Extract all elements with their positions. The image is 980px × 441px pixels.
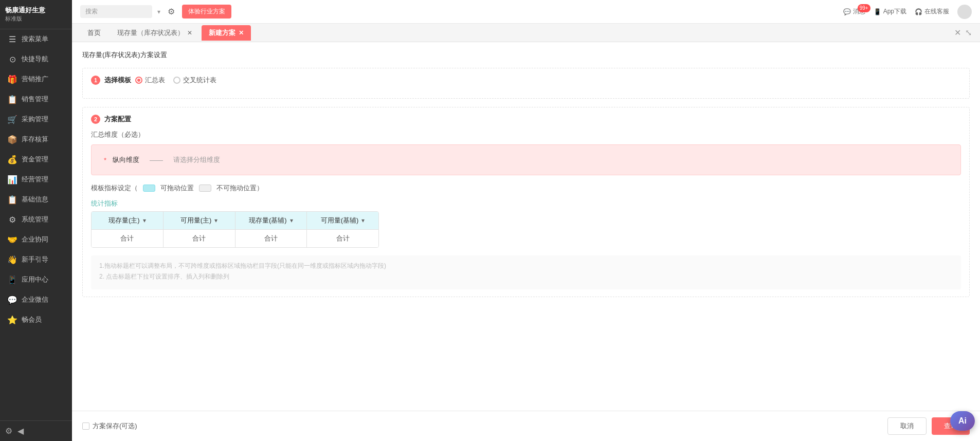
stats-header-col-1[interactable]: 可用量(主)▾ [164, 212, 235, 229]
sidebar-nav: ☰搜索菜单⊙快捷导航🎁营销推广📋销售管理🛒采购管理📦库存核算💰资金管理📊经营管理… [0, 29, 72, 420]
dropdown-icon[interactable]: ▾ [157, 8, 160, 15]
topbar: 搜索 ▾ ⚙ 体验行业方案 💬 消息 99+ 📱 App下载 🎧 在线客服 [72, 0, 980, 24]
inventory-tab-close[interactable]: ✕ [187, 29, 192, 36]
topbar-right: 💬 消息 99+ 📱 App下载 🎧 在线客服 [843, 5, 972, 19]
step2-section: 2 方案配置 汇总维度（必选） * 纵向维度 —— 请选择分组维度 模板指标设定… [82, 107, 970, 297]
stats-body-col-2: 合计 [235, 230, 307, 247]
sidebar-item-purchase-mgmt[interactable]: 🛒采购管理 [0, 109, 72, 130]
tab-window-controls: ✕ ⤡ [954, 28, 972, 38]
sidebar-icon-purchase-mgmt: 🛒 [7, 115, 17, 124]
ai-bubble[interactable]: Ai [950, 411, 975, 431]
sidebar-item-quick-nav[interactable]: ⊙快捷导航 [0, 49, 72, 69]
sidebar-label-finance-mgmt: 资金管理 [22, 155, 48, 164]
bottombar: 方案保存(可选) 取消 查询 [72, 411, 980, 441]
sidebar-item-basic-info[interactable]: 📋基础信息 [0, 190, 72, 210]
tab-home[interactable]: 首页 [80, 25, 108, 41]
tabbar: 首页 现存量（库存状况表） ✕ 新建方案 ✕ ✕ ⤡ [72, 24, 980, 42]
sidebar-label-enterprise-coop: 企业协同 [22, 235, 48, 244]
step2-num: 2 [91, 115, 100, 124]
sidebar-item-inventory-check[interactable]: 📦库存核算 [0, 130, 72, 150]
radio-cross[interactable]: 交叉统计表 [173, 76, 216, 85]
settings-icon[interactable]: ⚙ [5, 426, 12, 436]
sidebar-label-member: 畅会员 [22, 315, 42, 324]
dim-placeholder: 请选择分组维度 [173, 155, 220, 164]
search-input[interactable]: 搜索 [80, 5, 152, 18]
home-label: 首页 [87, 28, 101, 38]
sidebar-item-enterprise-coop[interactable]: 🤝企业协同 [0, 230, 72, 250]
sidebar-icon-member: ⭐ [7, 315, 17, 325]
vertical-dim-label: 纵向维度 [113, 155, 139, 164]
template-radio-group: 汇总表 交叉统计表 [135, 76, 216, 85]
sidebar-item-business-mgmt[interactable]: 📊经营管理 [0, 170, 72, 190]
stats-section-label: 统计指标 [91, 199, 961, 208]
app-download-button[interactable]: 📱 App下载 [874, 7, 906, 16]
service-label: 在线客服 [924, 7, 949, 16]
sidebar-item-new-guide[interactable]: 👋新手引导 [0, 250, 72, 270]
required-mark: * [104, 156, 106, 164]
close-window-icon[interactable]: ✕ [954, 28, 961, 38]
step1-title: 选择模板 [104, 76, 131, 85]
app-name: 畅康通好生意 [5, 6, 67, 15]
col-chevron-1[interactable]: ▾ [214, 217, 217, 224]
sidebar-icon-search-menu: ☰ [7, 34, 17, 44]
sidebar-icon-inventory-check: 📦 [7, 135, 17, 144]
col-chevron-0[interactable]: ▾ [143, 217, 146, 224]
sidebar-label-app-center: 应用中心 [22, 275, 48, 284]
non-draggable-indicator-box [199, 185, 211, 192]
radio-summary[interactable]: 汇总表 [135, 76, 165, 85]
sidebar-label-search-menu: 搜索菜单 [22, 34, 48, 44]
tips-line-1: 1.拖动标题栏可以调整布局，不可跨维度或指标区域拖动栏目字段(只能在同一维度或指… [99, 262, 953, 270]
trial-button[interactable]: 体验行业方案 [182, 5, 231, 19]
radio-summary-dot [135, 77, 142, 84]
sidebar-item-finance-mgmt[interactable]: 💰资金管理 [0, 150, 72, 170]
sidebar-item-app-center[interactable]: 📱应用中心 [0, 270, 72, 290]
tab-inventory[interactable]: 现存量（库存状况表） ✕ [110, 25, 199, 41]
col-label-2: 现存量(基辅) [249, 216, 287, 225]
stats-header-col-3[interactable]: 可用量(基辅)▾ [307, 212, 378, 229]
new-plan-tab-close[interactable]: ✕ [239, 29, 244, 36]
sidebar-label-enterprise-wechat: 企业微信 [22, 295, 48, 304]
sidebar-item-sys-mgmt[interactable]: ⚙系统管理 [0, 210, 72, 230]
col-chevron-3[interactable]: ▾ [361, 217, 365, 224]
save-checkbox[interactable]: 方案保存(可选) [82, 421, 137, 431]
sidebar-item-sales-mgmt[interactable]: 📋销售管理 [0, 89, 72, 109]
dimension-box[interactable]: * 纵向维度 —— 请选择分组维度 [91, 144, 961, 175]
summary-dimension-label: 汇总维度（必选） [91, 130, 961, 139]
app-icon: 📱 [874, 8, 881, 15]
col-label-1: 可用量(主) [180, 216, 212, 225]
app-version: 标准版 [5, 15, 67, 23]
save-checkbox-box[interactable] [82, 422, 89, 430]
new-plan-tab-label: 新建方案 [209, 28, 235, 38]
sidebar-label-sys-mgmt: 系统管理 [22, 215, 48, 224]
message-icon: 💬 [843, 8, 851, 15]
stats-table: 现存量(主)▾可用量(主)▾现存量(基辅)▾可用量(基辅)▾ 合计合计合计合计 [91, 211, 379, 248]
sidebar-bottom: ⚙ ◀ [0, 420, 72, 441]
dim-dash: —— [150, 156, 163, 164]
col-chevron-2[interactable]: ▾ [290, 217, 293, 224]
tab-new-plan[interactable]: 新建方案 ✕ [202, 25, 251, 41]
step2-header: 2 方案配置 [91, 115, 961, 124]
sidebar-item-member[interactable]: ⭐畅会员 [0, 310, 72, 330]
sidebar-icon-basic-info: 📋 [7, 195, 17, 205]
sidebar-icon-enterprise-coop: 🤝 [7, 235, 17, 245]
sidebar-item-marketing[interactable]: 🎁营销推广 [0, 69, 72, 89]
message-button[interactable]: 💬 消息 99+ [843, 7, 865, 16]
radio-cross-dot [173, 77, 180, 84]
user-avatar[interactable] [957, 5, 972, 19]
sidebar-item-search-menu[interactable]: ☰搜索菜单 [0, 29, 72, 49]
stats-header-col-2[interactable]: 现存量(基辅)▾ [235, 212, 307, 229]
non-draggable-label: 不可拖动位置） [216, 183, 263, 193]
step1-num: 1 [91, 76, 100, 85]
collapse-icon[interactable]: ◀ [17, 426, 24, 436]
cancel-button[interactable]: 取消 [887, 417, 927, 435]
sidebar-item-enterprise-wechat[interactable]: 💬企业微信 [0, 290, 72, 310]
stats-body-col-0: 合计 [92, 230, 164, 247]
service-button[interactable]: 🎧 在线客服 [915, 7, 949, 16]
expand-window-icon[interactable]: ⤡ [965, 28, 972, 38]
stats-header-col-0[interactable]: 现存量(主)▾ [92, 212, 164, 229]
sidebar-label-inventory-check: 库存核算 [22, 135, 48, 144]
main-area: 搜索 ▾ ⚙ 体验行业方案 💬 消息 99+ 📱 App下载 🎧 在线客服 首页 [72, 0, 980, 441]
sidebar-label-business-mgmt: 经营管理 [22, 175, 48, 184]
radio-summary-label: 汇总表 [145, 76, 165, 85]
topbar-gear-icon[interactable]: ⚙ [168, 7, 175, 16]
